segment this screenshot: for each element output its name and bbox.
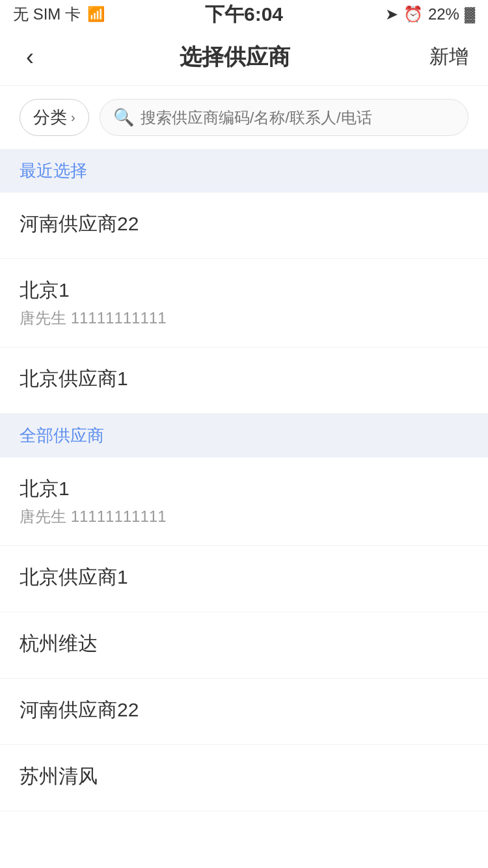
category-button[interactable]: 分类 › <box>20 99 89 136</box>
location-icon: ➤ <box>385 5 398 23</box>
recent-item-1[interactable]: 北京1 唐先生 11111111111 <box>0 259 488 347</box>
page-title: 选择供应商 <box>180 42 290 72</box>
status-right: ➤ ⏰ 22% ▓ <box>385 5 475 23</box>
filter-bar: 分类 › 🔍 <box>0 86 488 149</box>
all-item-name-4: 苏州清风 <box>20 763 468 790</box>
recent-section-header: 最近选择 <box>0 149 488 193</box>
search-box[interactable]: 🔍 <box>100 99 468 136</box>
all-item-name-2: 杭州维达 <box>20 631 468 657</box>
all-item-name-1: 北京供应商1 <box>20 564 468 591</box>
all-section-label: 全部供应商 <box>20 426 104 445</box>
all-item-4[interactable]: 苏州清风 <box>0 745 488 811</box>
all-item-3[interactable]: 河南供应商22 <box>0 679 488 745</box>
status-left: 无 SIM 卡 📶 <box>13 4 105 25</box>
all-items-list: 北京1 唐先生 11111111111 北京供应商1 杭州维达 河南供应商22 … <box>0 457 488 811</box>
all-item-name-3: 河南供应商22 <box>20 697 468 724</box>
recent-item-name-1: 北京1 <box>20 277 468 304</box>
category-label: 分类 <box>33 106 67 129</box>
recent-section-label: 最近选择 <box>20 161 87 180</box>
wifi-icon: 📶 <box>87 6 105 23</box>
recent-item-subtitle-1: 唐先生 11111111111 <box>20 308 468 329</box>
all-item-0[interactable]: 北京1 唐先生 11111111111 <box>0 457 488 546</box>
all-item-subtitle-0: 唐先生 11111111111 <box>20 506 468 527</box>
recent-items-list: 河南供应商22 北京1 唐先生 11111111111 北京供应商1 <box>0 193 488 414</box>
recent-item-0[interactable]: 河南供应商22 <box>0 193 488 259</box>
search-input[interactable] <box>141 109 455 127</box>
alarm-icon: ⏰ <box>403 5 423 23</box>
all-item-2[interactable]: 杭州维达 <box>0 612 488 679</box>
all-item-1[interactable]: 北京供应商1 <box>0 546 488 612</box>
sim-status: 无 SIM 卡 <box>13 4 81 25</box>
recent-item-2[interactable]: 北京供应商1 <box>0 347 488 414</box>
search-icon: 🔍 <box>113 107 134 128</box>
all-item-name-0: 北京1 <box>20 476 468 502</box>
all-section-header: 全部供应商 <box>0 414 488 457</box>
status-time: 下午6:04 <box>205 1 283 28</box>
battery-level: 22% <box>428 5 459 23</box>
battery-icon: ▓ <box>465 6 475 23</box>
back-button[interactable]: ‹ <box>20 37 40 77</box>
add-button[interactable]: 新增 <box>429 44 468 70</box>
chevron-right-icon: › <box>71 110 75 125</box>
nav-bar: ‹ 选择供应商 新增 <box>0 29 488 86</box>
status-bar: 无 SIM 卡 📶 下午6:04 ➤ ⏰ 22% ▓ <box>0 0 488 29</box>
recent-item-name-2: 北京供应商1 <box>20 366 468 392</box>
recent-item-name-0: 河南供应商22 <box>20 211 468 237</box>
